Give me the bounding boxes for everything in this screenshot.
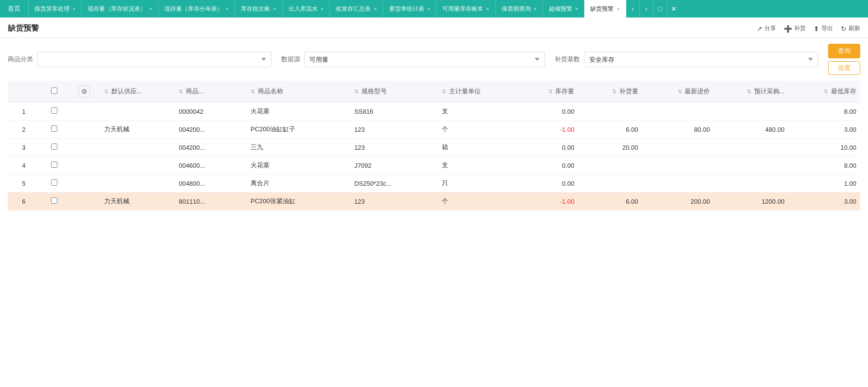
- col-header-supplier[interactable]: ⇅ 默认供应...: [100, 81, 175, 103]
- cell-stock: 0.00: [514, 139, 578, 157]
- cell-settings: [69, 175, 101, 193]
- supplement-base-select[interactable]: 安全库存: [584, 52, 818, 67]
- tab-1[interactable]: 拣货异常处理 ×: [29, 0, 82, 18]
- cell-check[interactable]: [40, 139, 69, 157]
- cell-name: 离合片: [247, 175, 350, 193]
- cell-name: 火花塞: [247, 103, 350, 121]
- row-checkbox[interactable]: [51, 161, 57, 168]
- row-checkbox[interactable]: [51, 125, 57, 132]
- tab-home[interactable]: 首页: [0, 0, 29, 18]
- refresh-button[interactable]: ↻ 刷新: [841, 24, 860, 33]
- select-all-checkbox[interactable]: [51, 88, 57, 94]
- settings-button[interactable]: 设置: [828, 61, 860, 75]
- col-header-spec[interactable]: ⇅ 规格型号: [350, 81, 438, 103]
- tab-restore[interactable]: □: [653, 0, 667, 18]
- cell-num: 4: [8, 157, 40, 175]
- tab-4-label: 库存批次账: [241, 5, 270, 13]
- datasource-select[interactable]: 可用量: [304, 52, 545, 67]
- cell-check[interactable]: [40, 175, 69, 193]
- supplement-label: 补货: [794, 24, 806, 33]
- row-checkbox[interactable]: [51, 143, 57, 150]
- tab-9-close[interactable]: ×: [534, 6, 537, 12]
- tab-7[interactable]: 要货单统计表 ×: [383, 0, 436, 18]
- refresh-label: 刷新: [849, 24, 860, 33]
- cell-price: 200.00: [642, 193, 714, 211]
- table-row: 6 力天机械 801110... PC200张紧油缸 123 个 -1.00 6…: [8, 193, 860, 211]
- col-header-name[interactable]: ⇅ 商品名称: [247, 81, 350, 103]
- share-button[interactable]: ↗ 分享: [757, 24, 776, 33]
- tab-3-label: 现存量（库存分布表）: [164, 5, 223, 13]
- tab-4[interactable]: 库存批次账 ×: [235, 0, 282, 18]
- row-checkbox[interactable]: [51, 179, 57, 186]
- supplement-icon: ➕: [784, 25, 792, 33]
- tab-3[interactable]: 现存量（库存分布表） ×: [159, 0, 235, 18]
- cell-name: 三九: [247, 139, 350, 157]
- row-checkbox[interactable]: [51, 197, 57, 204]
- col-supplier-label: 默认供应...: [111, 88, 142, 95]
- cell-unit: 个: [438, 193, 514, 211]
- tab-10-close[interactable]: ×: [575, 6, 578, 12]
- tab-1-close[interactable]: ×: [72, 6, 75, 12]
- tab-6-close[interactable]: ×: [374, 6, 377, 12]
- tab-2-close[interactable]: ×: [149, 6, 152, 12]
- supplier-sort-icon: ⇅: [104, 88, 108, 94]
- col-header-minstock[interactable]: ⇅ 最低库存: [788, 81, 860, 103]
- cell-stock: 0.00: [514, 157, 578, 175]
- col-spec-label: 规格型号: [362, 88, 387, 95]
- col-header-price[interactable]: ⇅ 最新进价: [642, 81, 714, 103]
- cell-check[interactable]: [40, 157, 69, 175]
- tab-5[interactable]: 出入库流水 ×: [283, 0, 330, 18]
- cell-price: 80.00: [642, 121, 714, 139]
- col-header-unit[interactable]: ⇅ 主计量单位: [438, 81, 514, 103]
- cell-purchase: [714, 157, 788, 175]
- filter-supplement-base: 补货基数 安全库存: [555, 52, 818, 67]
- col-header-purchase[interactable]: ⇅ 预计采购...: [714, 81, 788, 103]
- col-header-code[interactable]: ⇅ 商品...: [175, 81, 247, 103]
- category-select[interactable]: [37, 52, 271, 67]
- cell-num: 1: [8, 103, 40, 121]
- cell-supplement: [578, 103, 642, 121]
- cell-code: 801110...: [175, 193, 247, 211]
- cell-check[interactable]: [40, 103, 69, 121]
- tab-4-close[interactable]: ×: [273, 6, 276, 12]
- export-icon: ⬆: [814, 25, 819, 33]
- cell-code: 004200...: [175, 139, 247, 157]
- tab-8-label: 可用量库存账本: [442, 5, 483, 13]
- tab-nav-prev[interactable]: ‹: [626, 0, 640, 18]
- supplement-button[interactable]: ➕ 补货: [784, 24, 806, 33]
- tab-6[interactable]: 收发存汇总表 ×: [330, 0, 383, 18]
- cell-check[interactable]: [40, 193, 69, 211]
- col-name-label: 商品名称: [258, 88, 283, 95]
- tab-10[interactable]: 超储预警 ×: [543, 0, 584, 18]
- tab-close-all[interactable]: ✕: [667, 0, 681, 18]
- tab-3-close[interactable]: ×: [226, 6, 229, 12]
- category-label: 商品分类: [8, 55, 33, 64]
- row-checkbox[interactable]: [51, 107, 57, 114]
- cell-purchase: [714, 175, 788, 193]
- tab-1-label: 拣货异常处理: [35, 5, 70, 13]
- table-row: 1 0000042 火花塞 SS816 支 0.00 8.00: [8, 103, 860, 121]
- tab-9[interactable]: 保质期查询 ×: [496, 0, 543, 18]
- datasource-label: 数据源: [281, 55, 300, 64]
- tab-5-close[interactable]: ×: [321, 6, 324, 12]
- cell-check[interactable]: [40, 121, 69, 139]
- tab-11[interactable]: 缺货预警 ×: [584, 0, 626, 18]
- cell-supplier: 力天机械: [100, 121, 175, 139]
- col-header-stock[interactable]: ⇅ 库存量: [514, 81, 578, 103]
- tab-8-close[interactable]: ×: [486, 6, 489, 12]
- tab-2[interactable]: 现存量（库存状况表） ×: [82, 0, 158, 18]
- tab-nav-next[interactable]: ›: [640, 0, 653, 18]
- export-button[interactable]: ⬆ 导出: [814, 24, 833, 33]
- cell-supplier: [100, 103, 175, 121]
- tab-11-close[interactable]: ×: [616, 6, 619, 12]
- table-settings-gear[interactable]: ⚙: [78, 86, 90, 97]
- tab-7-label: 要货单统计表: [389, 5, 424, 13]
- query-button[interactable]: 查询: [828, 44, 860, 58]
- cell-price: [642, 175, 714, 193]
- unit-sort-icon: ⇅: [442, 88, 446, 94]
- tab-8[interactable]: 可用量库存账本 ×: [436, 0, 495, 18]
- filter-actions: 查询 设置: [828, 44, 860, 75]
- col-header-supplement[interactable]: ⇅ 补货量: [578, 81, 642, 103]
- tab-7-close[interactable]: ×: [427, 6, 430, 12]
- cell-minstock: 1.00: [788, 175, 860, 193]
